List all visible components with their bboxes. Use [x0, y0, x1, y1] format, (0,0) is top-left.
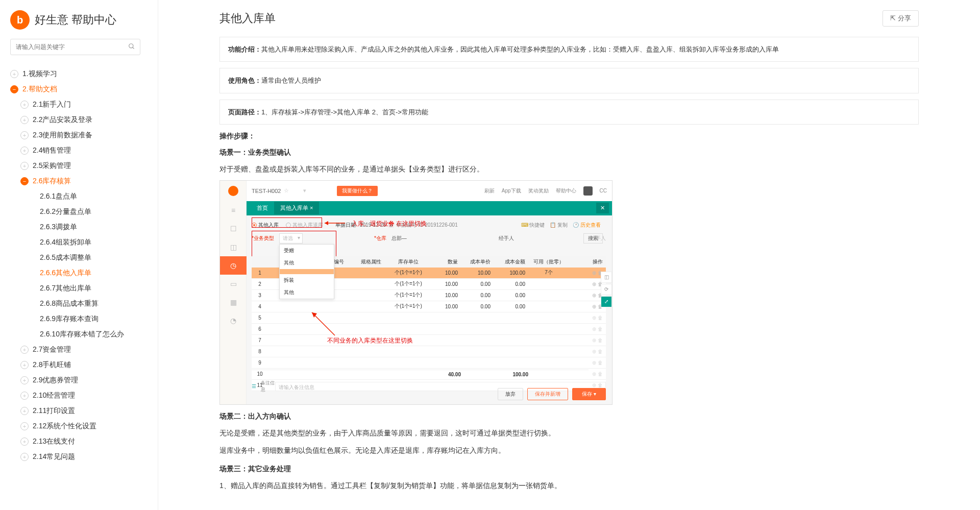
- svg-line-4: [312, 312, 335, 335]
- nav-2-6-6[interactable]: 2.6.6其他入库单: [10, 265, 158, 281]
- nav-2-1[interactable]: +2.1新手入门: [10, 97, 158, 112]
- ss-toolbar-right: ⌨ 快捷键 📋 复制 🕐 历史查看: [521, 222, 601, 229]
- scene3-title: 场景三：其它业务处理: [219, 465, 919, 474]
- logo-area: b 好生意 帮助中心: [10, 10, 158, 30]
- ss-app-link: App下载: [502, 187, 521, 195]
- ss-tabs: 首页 其他入库单 × ✕: [247, 201, 612, 215]
- ss-history-link: 🕐 历史查看: [573, 222, 601, 229]
- nav-2-6-5[interactable]: 2.6.5成本调整单: [10, 250, 158, 265]
- ss-refresh-link: 刷新: [484, 187, 495, 195]
- nav-2-4[interactable]: +2.4销售管理: [10, 143, 158, 158]
- search-icon[interactable]: [128, 43, 135, 52]
- ss-biz-dropdown: 受赠 其他 拆装 其他: [279, 244, 334, 299]
- ss-star-icon: ☆: [284, 187, 289, 194]
- nav-2-6-3[interactable]: 2.6.3调拨单: [10, 220, 158, 235]
- nav-2-11[interactable]: +2.11打印设置: [10, 403, 158, 419]
- plus-icon: +: [20, 438, 29, 446]
- nav-2-6-4[interactable]: 2.6.4组装拆卸单: [10, 235, 158, 250]
- plus-icon: +: [20, 346, 29, 354]
- ss-quick-link: ⌨ 快捷键: [521, 222, 545, 229]
- nav-video-learning[interactable]: +1.视频学习: [10, 66, 158, 82]
- nav-2-8[interactable]: +2.8手机旺铺: [10, 357, 158, 373]
- scene2-title: 场景二：出入方向确认: [219, 412, 919, 421]
- nav-help-docs[interactable]: −2.帮助文档: [10, 82, 158, 97]
- ss-cancel-button: 放弃: [498, 388, 523, 400]
- ss-table-row: 7⊕ 🗑: [252, 335, 606, 346]
- ss-arrow-1: [322, 219, 348, 228]
- ss-table-row: 5⊕ 🗑: [252, 312, 606, 324]
- scene3-desc: 1、赠品入库的商品直接转为销售。通过工具栏【复制/复制为销货单】功能，将单据信息…: [219, 479, 919, 493]
- nav-2-6-10[interactable]: 2.6.10库存账本错了怎么办: [10, 327, 158, 342]
- scene1-desc: 对于受赠、盘盈或是拆装入库等不同的业务，是通过单据头【业务类型】进行区分。: [219, 162, 919, 176]
- ss-tab-doc: 其他入库单 ×: [274, 202, 319, 214]
- ss-table-row: 4个(1个=1个)10.000.000.00⊕ 🗑: [252, 301, 606, 312]
- share-icon: ⇱: [890, 14, 896, 22]
- role-text: 通常由仓管人员维护: [261, 77, 321, 84]
- embedded-screenshot: ≡ ☐ ◫ ◷ ▭ ▦ ◔ TEST-H002 ☆ ▾ 我要做什么？ 刷新 Ap…: [219, 180, 612, 405]
- role-box: 使用角色：通常由仓管人员维护: [219, 68, 919, 93]
- plus-icon: +: [20, 101, 29, 109]
- page-title: 其他入库单: [219, 11, 276, 26]
- nav-2-6-8[interactable]: 2.6.8商品成本重算: [10, 296, 158, 311]
- ss-avatar-icon: [583, 186, 593, 196]
- nav-2-7[interactable]: +2.7资金管理: [10, 342, 158, 357]
- ss-side-op-1: ◫: [601, 272, 612, 283]
- ss-box-icon: ▭: [220, 275, 247, 293]
- plus-icon: +: [20, 392, 29, 400]
- minus-icon: −: [20, 177, 29, 185]
- path-text: 1、库存核算->库存管理->其他入库单 2、首页->常用功能: [261, 108, 428, 116]
- content-header: 其他入库单 ⇱ 分享: [219, 10, 919, 27]
- nav-2-12[interactable]: +2.12系统个性化设置: [10, 419, 158, 434]
- plus-icon: +: [20, 422, 29, 430]
- ss-radio-in: 其他入库: [252, 222, 279, 229]
- ss-handler-label: 经手人: [499, 235, 514, 242]
- ss-annotation-2: 不同业务的入库类型在这里切换: [327, 336, 413, 345]
- ss-table-row: 9⊕ 🗑: [252, 357, 606, 369]
- scene2-desc2: 退库业务中，明细数量均以负值红色展示。无论是入库还是退库，库存账均记在入库方向。: [219, 444, 919, 457]
- plus-icon: +: [20, 131, 29, 139]
- nav-2-5[interactable]: +2.5采购管理: [10, 158, 158, 174]
- nav-2-6-1[interactable]: 2.6.1盘点单: [10, 189, 158, 204]
- ss-logo-icon: [220, 181, 247, 201]
- scene1-title: 场景一：业务类型确认: [219, 148, 919, 157]
- plus-icon: +: [20, 453, 29, 461]
- ss-dd-item-3: [280, 269, 334, 274]
- nav-2-9[interactable]: +2.9优惠券管理: [10, 373, 158, 388]
- ss-wh-label: *仓库: [374, 235, 386, 242]
- search-box: [10, 39, 140, 55]
- svg-point-0: [129, 44, 133, 48]
- intro-box: 功能介绍：其他入库单用来处理除采购入库、产成品入库之外的其他入库业务，因此其他入…: [219, 37, 919, 62]
- nav-2-14[interactable]: +2.14常见问题: [10, 449, 158, 465]
- share-button[interactable]: ⇱ 分享: [883, 10, 919, 27]
- nav-2-2[interactable]: +2.2产品安装及登录: [10, 112, 158, 128]
- plus-icon: +: [20, 361, 29, 369]
- ss-wh-value: 总部—: [391, 235, 407, 242]
- role-label: 使用角色：: [228, 77, 261, 84]
- nav-2-3[interactable]: +2.3使用前数据准备: [10, 128, 158, 143]
- nav-2-6-7[interactable]: 2.6.7其他出库单: [10, 281, 158, 296]
- ss-stock-icon: ◷: [220, 256, 247, 275]
- search-input[interactable]: [10, 39, 140, 55]
- ss-form-row-1: *业务类型 请选▾ *仓库 总部— 经手人 经手人 搜索: [252, 233, 606, 244]
- nav-2-6-2[interactable]: 2.6.2分量盘点单: [10, 204, 158, 220]
- intro-text: 其他入库单用来处理除采购入库、产成品入库之外的其他入库业务，因此其他入库单可处理…: [261, 45, 779, 53]
- svg-line-1: [133, 47, 134, 49]
- ss-menu-icon: ≡: [220, 201, 247, 220]
- main-content: 其他入库单 ⇱ 分享 功能介绍：其他入库单用来处理除采购入库、产成品入库之外的其…: [158, 0, 980, 510]
- ss-left-sidebar: ≡ ☐ ◫ ◷ ▭ ▦ ◔: [220, 181, 247, 404]
- ss-chart-icon: ◔: [220, 311, 247, 330]
- nav-2-13[interactable]: +2.13在线支付: [10, 434, 158, 449]
- ss-save-new-button: 保存并新增: [527, 388, 568, 400]
- ss-header-right: 刷新 App下载 奖动奖励 帮助中心 CC: [484, 186, 607, 196]
- logo-icon: b: [10, 10, 30, 30]
- ss-biz-label: *业务类型: [252, 235, 274, 242]
- plus-icon: +: [20, 162, 29, 170]
- nav-2-6[interactable]: −2.6库存核算: [10, 174, 158, 189]
- ss-close-icon: ✕: [596, 203, 609, 213]
- ss-save-button: 保存 ▾: [572, 388, 606, 400]
- nav-2-10[interactable]: +2.10经营管理: [10, 388, 158, 403]
- nav-2-6-9[interactable]: 2.6.9库存账本查询: [10, 311, 158, 327]
- ss-header-cta: 我要做什么？: [337, 186, 378, 196]
- ss-header: TEST-H002 ☆ ▾ 我要做什么？ 刷新 App下载 奖动奖励 帮助中心 …: [247, 181, 612, 201]
- ss-tab-home: 首页: [251, 202, 274, 214]
